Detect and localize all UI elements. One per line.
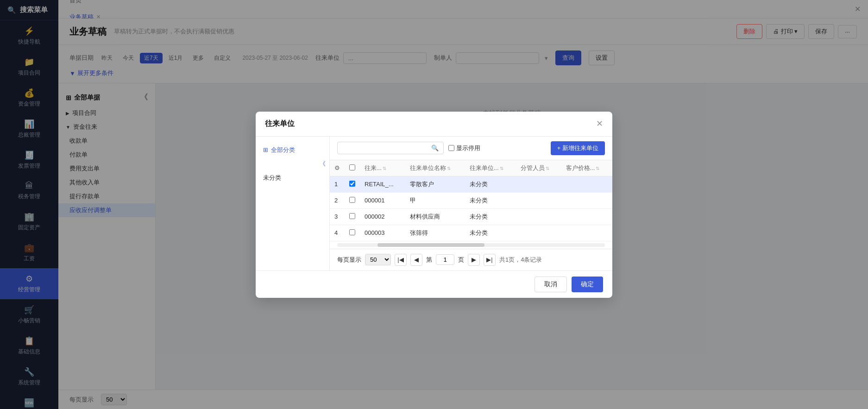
row-num: 4 (330, 225, 345, 241)
row-checkbox-cell[interactable] (345, 208, 360, 225)
row-price (561, 225, 612, 241)
row-name: 零散客户 (405, 176, 465, 192)
col-code-header: 往来...⇅ (360, 160, 405, 176)
row-num: 1 (330, 176, 345, 192)
dialog-search-box: 🔍 (337, 142, 444, 154)
col-settings: ⚙ (330, 160, 345, 176)
row-checkbox[interactable] (349, 181, 355, 187)
page-size-label: 每页显示 (337, 256, 361, 264)
row-manager (516, 192, 561, 208)
current-page-input[interactable] (436, 254, 454, 265)
col-category-header: 往来单位...⇅ (465, 160, 516, 176)
show-disabled-checkbox[interactable] (448, 145, 454, 151)
col-checkbox (345, 160, 360, 176)
col-name-header: 往来单位名称⇅ (405, 160, 465, 176)
row-num: 3 (330, 208, 345, 225)
col-price-header: 客户价格...⇅ (561, 160, 612, 176)
row-price (561, 192, 612, 208)
dialog-unclassified-label: 未分类 (256, 170, 329, 186)
page-unit: 页 (458, 256, 464, 264)
row-checkbox[interactable] (349, 197, 355, 203)
next-page-btn[interactable]: ▶ (468, 254, 480, 266)
dialog-overlay: 往来单位 ✕ ⊞ 全部分类 《 未分类 (0, 0, 868, 409)
customer-table: ⚙ 往来...⇅ 往来单位名称⇅ 往来单位...⇅ 分管人员⇅ 客户价格...⇅… (330, 160, 612, 241)
dialog-body: ⊞ 全部分类 《 未分类 🔍 显示停用 (256, 137, 612, 271)
select-all-checkbox[interactable] (349, 164, 355, 170)
show-disabled-label: 显示停用 (456, 144, 480, 152)
row-code: 000001 (360, 192, 405, 208)
dialog-pagination: 每页显示 50 100 |◀ ◀ 第 页 ▶ ▶| 共1页，4条记录 (330, 249, 612, 271)
page-word: 第 (426, 256, 432, 264)
confirm-button[interactable]: 确定 (572, 277, 603, 292)
dialog-close-btn[interactable]: ✕ (596, 120, 603, 128)
row-manager (516, 225, 561, 241)
dialog-page-size-select[interactable]: 50 100 (365, 254, 391, 265)
row-price (561, 176, 612, 192)
row-checkbox[interactable] (349, 213, 355, 219)
row-name: 张筛得 (405, 225, 465, 241)
table-row[interactable]: 2 000001 甲 未分类 (330, 192, 612, 208)
dialog-category-all[interactable]: ⊞ 全部分类 (256, 142, 329, 158)
new-customer-btn[interactable]: + 新增往来单位 (551, 141, 605, 155)
dialog-search-input[interactable] (342, 145, 428, 151)
row-num: 2 (330, 192, 345, 208)
table-row[interactable]: 1 RETAIL_... 零散客户 未分类 (330, 176, 612, 192)
row-price (561, 208, 612, 225)
row-manager (516, 208, 561, 225)
row-checkbox-cell[interactable] (345, 176, 360, 192)
row-checkbox-cell[interactable] (345, 192, 360, 208)
row-category: 未分类 (465, 225, 516, 241)
row-category: 未分类 (465, 176, 516, 192)
dialog-header: 往来单位 ✕ (256, 112, 612, 137)
first-page-btn[interactable]: |◀ (395, 254, 407, 266)
table-header-row: ⚙ 往来...⇅ 往来单位名称⇅ 往来单位...⇅ 分管人员⇅ 客户价格...⇅ (330, 160, 612, 176)
dialog-title: 往来单位 (265, 119, 295, 129)
dialog-horizontal-scrollbar[interactable] (337, 243, 605, 247)
dialog-left-panel: ⊞ 全部分类 《 未分类 (256, 137, 330, 271)
col-manager-header: 分管人员⇅ (516, 160, 561, 176)
dialog-left-collapse-btn[interactable]: 《 (320, 160, 326, 168)
table-row[interactable]: 3 000002 材料供应商 未分类 (330, 208, 612, 225)
customer-dialog: 往来单位 ✕ ⊞ 全部分类 《 未分类 (256, 112, 612, 298)
scroll-thumb (377, 243, 484, 247)
row-name: 材料供应商 (405, 208, 465, 225)
category-grid-icon: ⊞ (263, 146, 268, 153)
row-checkbox-cell[interactable] (345, 225, 360, 241)
cancel-button[interactable]: 取消 (535, 277, 567, 292)
row-category: 未分类 (465, 192, 516, 208)
dialog-footer: 取消 确定 (256, 271, 612, 298)
row-code: RETAIL_... (360, 176, 405, 192)
dialog-search-icon[interactable]: 🔍 (431, 145, 439, 151)
row-code: 000002 (360, 208, 405, 225)
row-category: 未分类 (465, 208, 516, 225)
dialog-table-scroll[interactable]: ⚙ 往来...⇅ 往来单位名称⇅ 往来单位...⇅ 分管人员⇅ 客户价格...⇅… (330, 160, 612, 241)
page-total-text: 共1页，4条记录 (499, 256, 542, 264)
table-row[interactable]: 4 000003 张筛得 未分类 (330, 225, 612, 241)
row-code: 000003 (360, 225, 405, 241)
dialog-toolbar: 🔍 显示停用 + 新增往来单位 (330, 137, 612, 160)
dialog-right-panel: 🔍 显示停用 + 新增往来单位 ⚙ (330, 137, 612, 271)
row-checkbox[interactable] (349, 229, 355, 235)
show-disabled-checkbox-label[interactable]: 显示停用 (448, 144, 480, 152)
prev-page-btn[interactable]: ◀ (410, 254, 422, 266)
row-manager (516, 176, 561, 192)
row-name: 甲 (405, 192, 465, 208)
last-page-btn[interactable]: ▶| (484, 254, 496, 266)
